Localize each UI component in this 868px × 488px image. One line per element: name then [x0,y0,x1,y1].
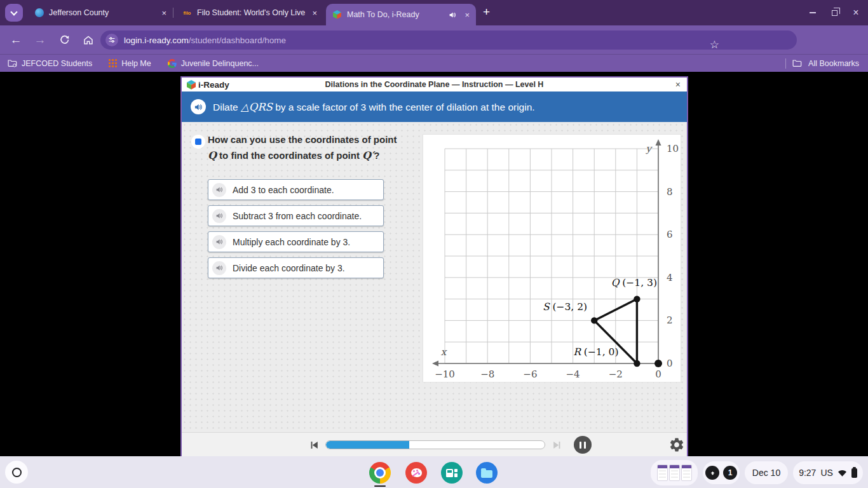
site-info-icon[interactable] [105,34,118,46]
tab-close-icon[interactable]: × [465,10,470,20]
bookmark-label: Juvenile Delinquenc... [181,59,259,68]
window-thumbnail [657,464,668,481]
window-close-button[interactable]: × [850,7,862,18]
svg-text:2: 2 [667,315,673,326]
audio-speaker-button[interactable] [191,99,206,114]
tab-title: Jefferson County [49,8,155,17]
tab-title: Math To Do, i-Ready [347,10,449,19]
instruction-bar: Dilate △QRS by a scale factor of 3 with … [182,92,687,122]
tab-close-icon[interactable]: × [312,8,317,18]
filo-favicon: filo [182,8,192,18]
tab-audio-icon[interactable] [449,11,457,19]
tab-search-button[interactable] [5,4,23,22]
url-host: login.i-ready.com [124,36,189,45]
notification-count-badge: 1 [723,466,737,480]
svg-text:−2: −2 [609,369,623,380]
math-triangle-qrs: △QRS [241,101,273,113]
window-thumbnail [669,464,680,481]
svg-text:10: 10 [667,143,679,154]
tab-strip: Jefferson County × filo Filo Student: Wo… [0,0,868,25]
svg-text:6: 6 [667,229,673,240]
skip-forward-icon [552,439,564,451]
tab-iready-active[interactable]: Math To Do, i-Ready × [326,4,476,25]
page-background: i-Ready Dilations in the Coordinate Plan… [0,72,868,456]
svg-text:−6: −6 [523,369,537,380]
tab-close-icon[interactable]: × [161,8,166,18]
answer-option-add[interactable]: Add 3 to each coordinate. [208,179,384,200]
all-bookmarks-button[interactable]: All Bookmarks [808,59,859,68]
svg-text:−4: −4 [566,369,580,380]
skip-forward-button[interactable] [552,439,564,451]
forward-button[interactable]: → [29,25,51,54]
url-path: /student/dashboard/home [189,36,286,45]
status-tray[interactable]: 9:27 US [793,461,863,484]
address-bar[interactable]: login.i-ready.com/student/dashboard/home… [100,30,797,50]
keyboard-layout-label: US [820,468,832,478]
bookmark-jefcoed[interactable]: JEFCOED Students [8,59,92,68]
chrome-running-indicator [374,485,386,487]
bookmark-juvenile[interactable]: Juvenile Delinquenc... [168,59,259,68]
grid-icon [109,59,117,67]
bookmark-star-icon[interactable]: ☆ [710,38,719,51]
update-icon [705,466,719,480]
svg-text:4: 4 [667,272,673,283]
answer-option-multiply[interactable]: Multiply each coordinate by 3. [208,231,384,252]
svg-text:−8: −8 [480,369,494,380]
time-label: 9:27 [799,468,816,478]
window-thumbnail [681,464,692,481]
explore-app-icon[interactable] [441,462,463,484]
lesson-header: i-Ready Dilations in the Coordinate Plan… [182,78,687,92]
reload-button[interactable] [53,25,75,54]
bookmark-label: JEFCOED Students [22,59,92,68]
graph-panel: −10−8−6−4−201086420xyQ (−1, 3)S (−3, 2)R… [423,134,681,383]
back-button[interactable]: ← [5,25,27,54]
progress-bar[interactable] [325,440,545,449]
svg-text:8: 8 [667,186,673,198]
blue-square-icon [195,139,201,145]
bookmark-help-me[interactable]: Help Me [109,59,151,68]
home-button[interactable] [78,25,99,54]
svg-text:0: 0 [655,369,661,380]
player-bar [182,432,687,456]
window-restore-button[interactable] [829,7,840,18]
coordinate-plane: −10−8−6−4−201086420xyQ (−1, 3)S (−3, 2)R… [423,135,681,382]
canvas-app-icon[interactable] [405,462,427,484]
speaker-icon [212,209,226,223]
wifi-icon [837,469,847,477]
skip-back-button[interactable] [308,439,320,451]
notification-tray[interactable]: 1 [703,461,740,484]
date-button[interactable]: Dec 10 [745,461,788,484]
palette-icon [411,468,422,477]
launcher-button[interactable] [5,461,28,484]
reload-icon [59,34,70,45]
lesson-title: Dilations in the Coordinate Plane — Inst… [182,80,687,89]
home-icon [83,34,94,46]
speaker-icon [212,235,226,249]
svg-text:x: x [441,346,447,358]
bookmarks-bar: JEFCOED Students Help Me Juvenile Delinq… [0,54,868,72]
managed-folder-icon [8,59,17,67]
pause-button[interactable] [574,436,592,454]
tab-filo-student[interactable]: filo Filo Student: World's Only Live × [176,0,323,25]
answer-option-subtract[interactable]: Subtract 3 from each coordinate. [208,205,384,226]
iready-lesson-window: i-Ready Dilations in the Coordinate Plan… [180,76,688,456]
window-preview-button[interactable] [651,460,698,485]
window-minimize-button[interactable] [807,7,818,18]
skip-back-icon [308,439,320,451]
gear-icon [668,437,685,453]
minimize-icon [810,12,816,13]
files-app-icon[interactable] [476,462,498,484]
answer-options: Add 3 to each coordinate. Subtract 3 fro… [208,179,384,283]
tab-jefferson-county[interactable]: Jefferson County × [28,0,173,25]
svg-text:0: 0 [667,358,673,369]
lesson-close-button[interactable]: × [675,78,681,92]
chrome-app-icon[interactable] [369,462,391,484]
google-icon [168,59,177,68]
answer-option-divide[interactable]: Divide each coordinate by 3. [208,257,384,278]
settings-button[interactable] [668,437,685,453]
bookmark-label: Help Me [121,59,151,68]
chromeos-shelf: 1 Dec 10 9:27 US [0,456,868,488]
chevron-down-icon [10,8,17,15]
date-label: Dec 10 [752,468,780,478]
new-tab-button[interactable]: + [483,5,490,19]
